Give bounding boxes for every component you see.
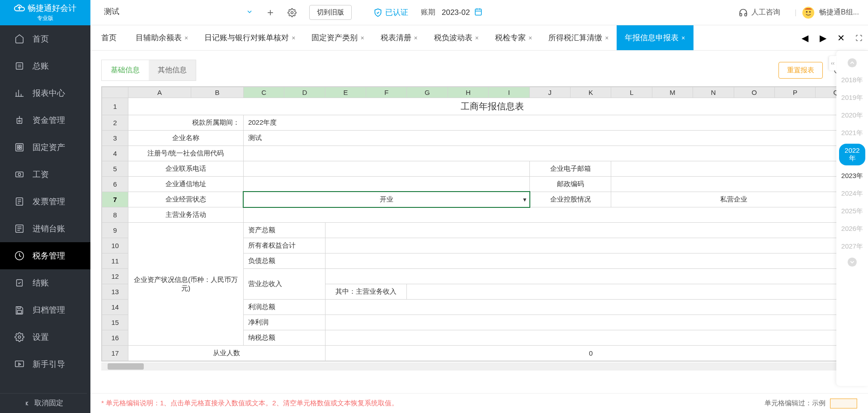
row-header[interactable]: 2	[102, 115, 128, 131]
tab-2[interactable]: 固定资产类别×	[303, 25, 372, 50]
col-header-G[interactable]: G	[407, 87, 448, 98]
nav-item-5[interactable]: 工资	[0, 161, 90, 188]
col-header-K[interactable]: K	[571, 87, 611, 98]
col-header-C[interactable]: C	[243, 87, 284, 98]
cell-label[interactable]: 纳税总额	[243, 330, 325, 346]
active-cell-dropdown[interactable]: 开业▼	[243, 192, 529, 207]
col-header-A[interactable]: A	[128, 87, 191, 98]
col-header-F[interactable]: F	[366, 87, 407, 98]
row-header[interactable]: 11	[102, 253, 128, 269]
nav-item-9[interactable]: 结账	[0, 269, 90, 296]
cell-label[interactable]: 净利润	[243, 315, 325, 330]
row-header[interactable]: 14	[102, 300, 128, 315]
spreadsheet[interactable]: ABCDEFGHIJKLMNOPQ 1工商年报信息表 2税款所属期间：2022年…	[101, 86, 857, 361]
tab-1[interactable]: 日记账与银行对账单核对×	[196, 25, 303, 50]
year-2026年[interactable]: 2026年	[836, 220, 868, 238]
reset-report-button[interactable]: 重置报表	[778, 62, 823, 79]
tab-close-icon[interactable]: ×	[360, 34, 364, 42]
year-2018年[interactable]: 2018年	[836, 71, 868, 89]
cell[interactable]	[611, 177, 857, 192]
year-panel-collapse[interactable]: ‹‹	[829, 56, 836, 70]
tab-scroll-left[interactable]: ◀	[796, 25, 814, 50]
nav-item-4[interactable]: 固定资产	[0, 134, 90, 161]
row-header[interactable]: 9	[102, 223, 128, 238]
horizontal-scrollbar[interactable]	[101, 362, 857, 371]
row-header[interactable]: 7	[102, 192, 128, 207]
nav-item-10[interactable]: 归档管理	[0, 296, 90, 324]
cell-label[interactable]: 其中：主营业务收入	[325, 284, 407, 300]
tab-home[interactable]: 首页	[90, 25, 127, 50]
cell-label[interactable]: 资产总额	[243, 223, 325, 238]
cell-label[interactable]: 企业联系电话	[128, 161, 243, 177]
cell-label[interactable]: 注册号/统一社会信用代码	[128, 146, 243, 161]
nav-item-3[interactable]: 资金管理	[0, 107, 90, 134]
year-2019年[interactable]: 2019年	[836, 89, 868, 107]
year-2021年[interactable]: 2021年	[836, 124, 868, 142]
cell[interactable]	[325, 330, 856, 346]
tab-close-all[interactable]: ✕	[832, 25, 850, 50]
sheet-title[interactable]: 工商年报信息表	[128, 98, 856, 115]
row-header[interactable]: 15	[102, 315, 128, 330]
year-2024年[interactable]: 2024年	[836, 185, 868, 202]
tab-3[interactable]: 税表清册×	[373, 25, 426, 50]
tab-0[interactable]: 目辅助余额表×	[127, 25, 196, 50]
year-2020年[interactable]: 2020年	[836, 107, 868, 124]
select-all-corner[interactable]	[102, 87, 128, 98]
cell-label[interactable]: 企业控股情况	[529, 192, 611, 207]
cell-label[interactable]: 企业电子邮箱	[529, 161, 611, 177]
col-header-L[interactable]: L	[611, 87, 652, 98]
tab-close-icon[interactable]: ×	[681, 34, 685, 42]
add-button[interactable]	[266, 8, 275, 17]
cell-label[interactable]: 利润总额	[243, 300, 325, 315]
cell[interactable]	[243, 161, 529, 177]
nav-item-12[interactable]: 新手引导	[0, 351, 90, 378]
cell-label[interactable]: 营业总收入	[243, 269, 325, 300]
cell[interactable]	[325, 269, 856, 284]
old-version-button[interactable]: 切到旧版	[309, 5, 352, 20]
col-header-M[interactable]: M	[652, 87, 693, 98]
cell-label[interactable]: 所有者权益合计	[243, 238, 325, 253]
cell-label[interactable]: 企业经营状态	[128, 192, 243, 207]
row-header[interactable]: 1	[102, 98, 128, 115]
cell[interactable]	[325, 238, 856, 253]
nav-item-0[interactable]: 首页	[0, 25, 90, 52]
tab-scroll-right[interactable]: ▶	[814, 25, 832, 50]
tab-close-icon[interactable]: ×	[528, 34, 532, 42]
cell[interactable]	[325, 300, 856, 315]
col-header-I[interactable]: I	[489, 87, 529, 98]
col-header-E[interactable]: E	[325, 87, 366, 98]
tab-4[interactable]: 税负波动表×	[426, 25, 487, 50]
nav-item-7[interactable]: 进销台账	[0, 215, 90, 242]
year-2022年[interactable]: 2022年	[839, 144, 865, 165]
year-scroll-down[interactable]	[845, 255, 859, 271]
cell[interactable]	[407, 284, 857, 300]
settings-button[interactable]	[288, 8, 297, 17]
row-header[interactable]: 10	[102, 238, 128, 253]
cell[interactable]	[611, 161, 857, 177]
tab-6[interactable]: 所得税汇算清缴×	[540, 25, 617, 50]
cell-value[interactable]: 私营企业	[611, 192, 857, 207]
cell[interactable]	[325, 315, 856, 330]
row-header[interactable]: 3	[102, 131, 128, 146]
row-header[interactable]: 4	[102, 146, 128, 161]
row-header[interactable]: 13	[102, 284, 128, 300]
cell-value[interactable]: 测试	[243, 131, 856, 146]
row-header[interactable]: 17	[102, 346, 128, 361]
unpin-button[interactable]: 取消固定	[0, 393, 87, 413]
cell-label[interactable]: 主营业务活动	[128, 207, 243, 223]
year-2023年[interactable]: 2023年	[836, 167, 868, 185]
col-header-D[interactable]: D	[284, 87, 325, 98]
row-header[interactable]: 5	[102, 161, 128, 177]
cell-label[interactable]: 邮政编码	[529, 177, 611, 192]
tab-5[interactable]: 税检专家×	[487, 25, 540, 50]
nav-item-6[interactable]: 发票管理	[0, 188, 90, 215]
col-header-B[interactable]: B	[191, 87, 244, 98]
entity-dropdown[interactable]: 测试	[104, 6, 253, 19]
cell[interactable]	[325, 223, 856, 238]
nav-item-8[interactable]: 税务管理	[0, 242, 90, 269]
col-header-N[interactable]: N	[693, 87, 734, 98]
user-name[interactable]: 畅捷通B组...	[819, 8, 859, 17]
year-2027年[interactable]: 2027年	[836, 238, 868, 255]
row-header[interactable]: 6	[102, 177, 128, 192]
col-header-H[interactable]: H	[448, 87, 488, 98]
